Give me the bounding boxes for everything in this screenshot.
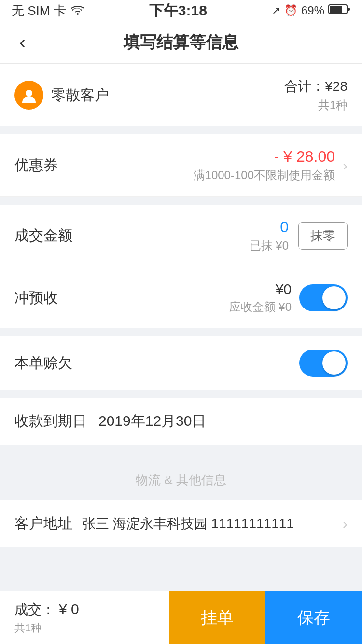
coupon-right: - ¥ 28.00 满1000-100不限制使用金额 ›: [194, 148, 348, 183]
bottom-info: 成交： ¥ 0 共1种: [0, 601, 169, 635]
coupon-value: - ¥ 28.00: [194, 148, 335, 166]
nav-bar: ‹ 填写结算等信息: [0, 21, 362, 64]
due-date-label: 收款到期日: [14, 411, 87, 431]
pre-receipt-label: 冲预收: [14, 288, 58, 308]
battery-icon: [328, 3, 350, 18]
customer-row[interactable]: 零散客户 合计：¥28 共1种: [0, 64, 362, 126]
pre-receipt-toggle[interactable]: [299, 284, 348, 311]
svg-rect-2: [348, 8, 350, 11]
coupon-row[interactable]: 优惠券 - ¥ 28.00 满1000-100不限制使用金额 ›: [0, 134, 362, 197]
chevron-right-icon: ›: [343, 157, 348, 174]
section-divider-3: [0, 452, 362, 460]
content: 零散客户 合计：¥28 共1种 优惠券 - ¥ 28.00 满1000-100不…: [0, 64, 362, 644]
bottom-deal-label: 成交：: [14, 601, 55, 619]
deal-amount-row: 成交金额 0 已抹 ¥0 抹零: [14, 218, 348, 253]
save-button[interactable]: 保存: [265, 591, 362, 644]
deal-amount-sub: 已抹 ¥0: [250, 238, 289, 253]
address-label: 客户地址: [14, 514, 72, 533]
deal-amount-value[interactable]: 0: [250, 218, 289, 236]
hold-button[interactable]: 挂单: [169, 591, 265, 644]
customer-info: 零散客户: [14, 81, 109, 110]
address-value: 张三 海淀永丰科技园 11111111111: [82, 515, 343, 533]
wifi-icon: [71, 3, 84, 18]
debt-toggle[interactable]: [299, 350, 348, 377]
pre-receipt-sub: 应收金额 ¥0: [229, 299, 292, 315]
deal-amount-section: 成交金额 0 已抹 ¥0 抹零: [0, 205, 362, 267]
status-bar: 无 SIM 卡 下午3:18 ↗ ⏰ 69%: [0, 0, 362, 21]
due-date-section: 收款到期日 2019年12月30日: [0, 398, 362, 445]
section-divider-1: [0, 197, 362, 205]
debt-section: 本单赊欠: [0, 336, 362, 390]
coupon-label: 优惠券: [14, 155, 58, 175]
logistics-text: 物流 & 其他信息: [126, 472, 236, 489]
battery-text: 69%: [301, 4, 324, 17]
customer-total: 合计：¥28 共1种: [284, 77, 348, 113]
address-chevron-icon: ›: [343, 516, 348, 532]
customer-name: 零散客户: [51, 85, 109, 105]
section-divider-2: [0, 328, 362, 336]
alarm-icon: ⏰: [284, 4, 297, 17]
pre-receipt-right: ¥0 应收金额 ¥0: [229, 281, 348, 315]
round-zero-button[interactable]: 抹零: [298, 222, 348, 250]
address-section[interactable]: 客户地址 张三 海淀永丰科技园 11111111111 ›: [0, 500, 362, 547]
svg-rect-1: [330, 6, 342, 13]
total-amount: 合计：¥28: [284, 77, 348, 96]
status-right: ↗ ⏰ 69%: [272, 3, 350, 18]
bottom-count: 共1种: [14, 621, 154, 635]
pre-receipt-row: 冲预收 ¥0 应收金额 ¥0: [0, 267, 362, 328]
status-left: 无 SIM 卡: [12, 2, 84, 19]
deal-amount-label: 成交金额: [14, 226, 72, 246]
page-title: 填写结算等信息: [124, 31, 238, 54]
logistics-divider: 物流 & 其他信息: [0, 460, 362, 500]
svg-point-3: [26, 90, 32, 97]
due-date-value[interactable]: 2019年12月30日: [98, 411, 206, 431]
debt-label: 本单赊欠: [14, 353, 72, 373]
back-button[interactable]: ‹: [14, 27, 30, 58]
pre-receipt-value: ¥0: [229, 281, 292, 297]
total-count: 共1种: [284, 98, 348, 113]
sim-signal: 无 SIM 卡: [12, 2, 66, 19]
customer-avatar: [14, 81, 43, 110]
coupon-desc: 满1000-100不限制使用金额: [194, 168, 335, 183]
bottom-bar: 成交： ¥ 0 共1种 挂单 保存: [0, 591, 362, 644]
location-icon: ↗: [272, 4, 280, 17]
status-time: 下午3:18: [149, 1, 207, 21]
bottom-deal-amount: ¥ 0: [59, 601, 79, 617]
